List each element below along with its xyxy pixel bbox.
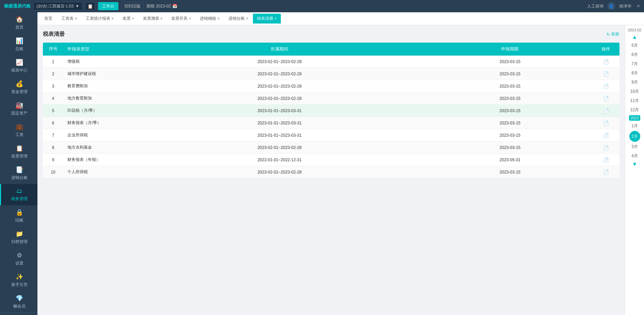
workbench-button[interactable]: 工作台 — [98, 2, 118, 10]
sidebar-item-ledger[interactable]: 📊 总账 — [0, 34, 37, 55]
tab-invoice-check[interactable]: 发票溯算 × — [139, 14, 167, 24]
unpin-button[interactable]: 📌 取消固定 — [0, 313, 37, 315]
action-icon[interactable]: 📄 — [603, 71, 609, 77]
tab-purchase-ledger[interactable]: 进销台账 × — [224, 14, 252, 24]
cell-deadline: 2023-03-15 — [428, 117, 592, 129]
cell-deadline: 2023-03-15 — [428, 92, 592, 105]
cell-deadline: 2023-05-31 — [428, 154, 592, 166]
cell-period: 2023-02-01~2023-02-28 — [131, 141, 428, 154]
sidebar-item-purchase-ledger[interactable]: 📑 进销台账 — [0, 163, 37, 184]
picker-current-label: 2023.02 — [627, 27, 642, 33]
period-label: 期期 2023-02 📅 — [146, 3, 177, 9]
picker-month-2-active[interactable]: 2月 — [629, 131, 640, 142]
action-icon[interactable]: 📄 — [603, 96, 609, 101]
action-icon[interactable]: 📄 — [603, 145, 609, 150]
cell-deadline: 2023-03-15 — [428, 68, 592, 80]
picker-month-6[interactable]: 6月 — [627, 50, 642, 59]
switch-version-button[interactable]: 切到旧版 — [121, 2, 144, 10]
tab-home[interactable]: 首页 — [40, 14, 57, 24]
cell-period: 2023-02-01~2023-02-28 — [131, 68, 428, 80]
tab-close-purchase-ledger[interactable]: × — [246, 17, 248, 20]
sidebar-item-guide[interactable]: ✨ 新手引导 — [0, 270, 37, 291]
picker-up-arrow[interactable]: ▲ — [631, 33, 638, 41]
page-title: 税表清册 — [43, 31, 65, 38]
tab-tax-register[interactable]: 税表清册 × — [253, 14, 281, 24]
sidebar-label-archive: 归档管理 — [11, 239, 28, 245]
tab-bar: 首页 工资表 × 工资统计报表 × 发票 × 发票溯算 × 发票开具 × — [37, 12, 644, 25]
cell-deadline: 2023-03-15 — [428, 105, 592, 117]
sidebar-label-report: 报表中心 — [11, 68, 28, 73]
table-row: 10 个人所得税 2023-02-01~2023-02-28 2023-03-1… — [43, 166, 619, 178]
table-row: 2 城市维护建设税 2023-02-01~2023-02-28 2023-03-… — [43, 68, 619, 80]
refresh-button[interactable]: ↻ 刷新 — [607, 31, 619, 37]
picker-month-11[interactable]: 11月 — [627, 96, 642, 105]
picker-month-8[interactable]: 8月 — [627, 69, 642, 77]
close-window-button[interactable]: × — [637, 3, 640, 9]
picker-down-arrow[interactable]: ▼ — [631, 161, 638, 168]
sidebar-item-fund[interactable]: 💰 资金管理 — [0, 77, 37, 98]
action-icon[interactable]: 📄 — [603, 84, 609, 89]
sidebar-label-settings: 设置 — [15, 260, 23, 266]
sidebar-item-invoice-mgmt[interactable]: 📋 发票管理 — [0, 141, 37, 163]
cell-num: 4 — [43, 92, 63, 105]
picker-month-10[interactable]: 10月 — [627, 87, 642, 96]
picker-month-3[interactable]: 3月 — [627, 142, 642, 151]
picker-month-1[interactable]: 1月 — [627, 122, 642, 130]
sidebar-item-settings[interactable]: ⚙ 设置 — [0, 248, 37, 270]
action-icon[interactable]: 📄 — [603, 59, 609, 64]
calendar-icon[interactable]: 📅 — [172, 4, 177, 9]
sidebar-item-asset[interactable]: 🏭 固定资产 — [0, 98, 37, 120]
action-icon[interactable]: 📄 — [603, 169, 609, 175]
cell-deadline: 2023-03-15 — [428, 80, 592, 92]
sidebar-label-purchase-ledger: 进销台账 — [11, 175, 28, 181]
table-row: 5 印花税（月/季） 2023-01-01~2023-03-31 2023-03… — [43, 105, 619, 117]
cell-deadline: 2023-03-15 — [428, 141, 592, 154]
sidebar-item-close-accounts[interactable]: 🔒 结账 — [0, 205, 37, 227]
picker-month-7[interactable]: 7月 — [627, 60, 642, 68]
table-row: 4 地方教育附加 2023-02-01~2023-02-28 2023-03-1… — [43, 92, 619, 105]
tab-close-invoice-open[interactable]: × — [189, 17, 191, 20]
table-row: 1 增值税 2023-02-01~2023-02-28 2023-03-15 📄 — [43, 56, 619, 68]
tab-close-purchase-check[interactable]: × — [218, 17, 220, 20]
action-icon[interactable]: 📄 — [603, 108, 609, 114]
cell-type: 企业所得税 — [63, 129, 131, 141]
cell-deadline: 2023-03-15 — [428, 56, 592, 68]
tab-salary-stats[interactable]: 工资统计报表 × — [82, 14, 118, 24]
tab-invoice-open[interactable]: 发票开具 × — [167, 14, 195, 24]
tab-purchase-check[interactable]: 进销稽核 × — [196, 14, 224, 24]
tab-close-invoice-check[interactable]: × — [161, 17, 163, 20]
sidebar-item-salary[interactable]: 💼 工资 — [0, 120, 37, 141]
sidebar-item-archive[interactable]: 📁 归档管理 — [0, 227, 37, 248]
cell-period: 2023-02-01~2023-02-28 — [131, 166, 428, 178]
sidebar-item-vip[interactable]: 💎 畅会员 — [0, 291, 37, 313]
company-selector[interactable]: (勿动) 江西服宜-LSS ▼ — [33, 2, 82, 10]
sidebar-item-home[interactable]: 🏠 首页 — [0, 12, 37, 34]
picker-month-4[interactable]: 4月 — [627, 152, 642, 160]
cell-period: 2023-02-01~2023-02-28 — [131, 92, 428, 105]
picker-year-badge: 2023 — [629, 115, 640, 121]
sidebar-item-report[interactable]: 📈 报表中心 — [0, 55, 37, 77]
col-deadline: 申报期限 — [428, 43, 592, 56]
action-icon[interactable]: 📄 — [603, 133, 609, 138]
cell-num: 1 — [43, 56, 63, 68]
picker-month-9[interactable]: 9月 — [627, 78, 642, 87]
tab-invoice[interactable]: 发票 × — [118, 14, 138, 24]
page-content: 税表清册 ↻ 刷新 序号 申报表类型 所属期间 申报期限 操作 — [37, 25, 644, 315]
ai-consult-link[interactable]: 人工咨询 — [587, 3, 603, 9]
bookmark-icon-btn[interactable]: 📋 — [85, 2, 95, 10]
cell-type: 财务报表（月/季） — [63, 117, 131, 129]
cell-period: 2023-01-01~2023-03-31 — [131, 129, 428, 141]
picker-month-12[interactable]: 12月 — [627, 106, 642, 114]
action-icon[interactable]: 📄 — [603, 120, 609, 126]
sidebar-item-tax-mgmt[interactable]: 🗂 税务管理 — [0, 184, 37, 205]
action-icon[interactable]: 📄 — [603, 157, 609, 163]
picker-month-5[interactable]: 5月 — [627, 41, 642, 50]
tab-close-tax-register[interactable]: × — [275, 17, 277, 20]
sidebar-label-vip: 畅会员 — [13, 303, 26, 309]
tab-salary-table[interactable]: 工资表 × — [57, 14, 81, 24]
cell-type: 财务报表（年报） — [63, 154, 131, 166]
tab-close-invoice[interactable]: × — [132, 17, 134, 20]
tab-close-salary-stats[interactable]: × — [112, 17, 114, 20]
cell-period: 2023-01-01~2023-03-31 — [131, 117, 428, 129]
tab-close-salary-table[interactable]: × — [75, 17, 77, 20]
